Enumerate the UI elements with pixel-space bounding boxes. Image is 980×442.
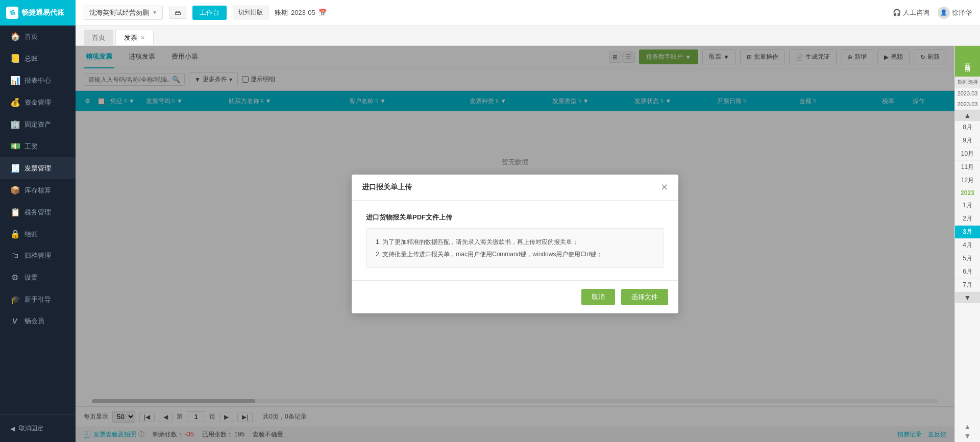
tab-home[interactable]: 首页 [84, 30, 113, 45]
sidebar-item-ledger[interactable]: 📒 总账 [0, 47, 76, 69]
company-name: 沈海英测试经营勿删 [89, 8, 149, 17]
tax-icon: 📋 [10, 207, 19, 217]
archive-button[interactable]: 🗃 [169, 7, 186, 19]
sidebar-label-archive: 归档管理 [24, 251, 51, 260]
service-button[interactable]: 🎧 人工咨询 [893, 8, 929, 17]
sidebar-item-capital[interactable]: 💰 资金管理 [0, 91, 76, 113]
workspace-button[interactable]: 工作台 [192, 6, 227, 20]
import-modal: 进口报关单上传 ✕ 进口货物报关单PDF文件上传 1. 为了更加精准的数据匹配，… [352, 175, 678, 313]
archive-btn-icon: 🗃 [175, 9, 181, 16]
modal-select-file-button[interactable]: 选择文件 [621, 289, 668, 305]
period-value: 2023-05 [291, 9, 315, 16]
sidebar-label-ledger: 总账 [24, 54, 38, 63]
topbar: 沈海英测试经营勿删 ▼ 🗃 工作台 切到旧版 账期 2023-05 📅 🎧 人工… [76, 0, 980, 26]
collapse-down-icon[interactable]: ▼ [964, 432, 971, 440]
period-label: 账期 [275, 8, 288, 17]
pin-icon: ◀ [10, 425, 15, 432]
sidebar-item-invoice[interactable]: 🧾 发票管理 [0, 157, 76, 179]
collapse-up-icon[interactable]: ▲ [964, 423, 971, 431]
modal-info-line2: 2. 支持批量上传进口报关单，mac用户使用Command键，windows用户… [376, 248, 654, 260]
archive-icon: 🗂 [10, 251, 19, 260]
period-2023-03a[interactable]: 2023.03 [955, 88, 980, 99]
period-7[interactable]: 7月 [955, 279, 980, 292]
period-6[interactable]: 6月 [955, 265, 980, 279]
pin-toggle[interactable]: ◀ 取消固定 [0, 420, 76, 437]
switch-version-button[interactable]: 切到旧版 [233, 6, 268, 19]
period-3-active[interactable]: 3月 [955, 226, 980, 239]
modal-section-title: 进口货物报关单PDF文件上传 [366, 213, 664, 222]
sidebar-item-report[interactable]: 📊 报表中心 [0, 69, 76, 91]
right-panel: 开票日期 期间选择 2023.03 2023.03 ▲ 8月 9月 10月 11… [954, 46, 980, 442]
sidebar-label-home: 首页 [24, 32, 38, 41]
tab-home-label: 首页 [92, 33, 105, 42]
sidebar-bottom: ◀ 取消固定 [0, 414, 76, 442]
period-9[interactable]: 9月 [955, 134, 980, 148]
sidebar-label-assets: 固定资产 [24, 120, 51, 129]
salary-icon: 💵 [10, 141, 19, 151]
period-4[interactable]: 4月 [955, 239, 980, 252]
user-icon: 👤 [938, 7, 950, 19]
sidebar-item-vip[interactable]: V 畅会员 [0, 310, 76, 332]
capital-icon: 💰 [10, 97, 19, 107]
period-1[interactable]: 1月 [955, 199, 980, 212]
ledger-icon: 📒 [10, 54, 19, 63]
sidebar-item-home[interactable]: 🏠 首页 [0, 26, 76, 47]
period-2[interactable]: 2月 [955, 212, 980, 226]
sidebar-label-capital: 资金管理 [24, 98, 51, 107]
guide-icon: 🎓 [10, 294, 19, 304]
period-12[interactable]: 12月 [955, 174, 980, 187]
modal-info-box: 1. 为了更加精准的数据匹配，请先录入海关缴款书，再上传对应的报关单； 2. 支… [366, 228, 664, 268]
sidebar-label-invoice: 发票管理 [24, 164, 51, 173]
period-select-label: 期间选择 [955, 77, 980, 88]
period-2023-03b[interactable]: 2023.03 [955, 99, 980, 110]
sidebar-label-report: 报表中心 [24, 76, 51, 85]
modal-info-line1: 1. 为了更加精准的数据匹配，请先录入海关缴款书，再上传对应的报关单； [376, 236, 654, 248]
period-8[interactable]: 8月 [955, 121, 980, 134]
open-date-label[interactable]: 开票日期 [955, 46, 980, 77]
modal-footer: 取消 选择文件 [352, 280, 678, 313]
sidebar-label-close: 结账 [24, 230, 38, 239]
modal-header: 进口报关单上传 ✕ [352, 175, 678, 201]
tab-invoice-label: 发票 [124, 33, 137, 42]
tab-invoice[interactable]: 发票 ✕ [115, 30, 154, 45]
panel-collapse-controls: ▲ ▼ [955, 421, 980, 442]
app-logo: 畅 畅捷通易代账 [0, 0, 76, 26]
sidebar-item-close[interactable]: 🔒 结账 [0, 223, 76, 245]
calendar-icon: 📅 [318, 9, 327, 16]
sidebar-label-guide: 新手引导 [24, 295, 51, 304]
sidebar-item-archive[interactable]: 🗂 归档管理 [0, 245, 76, 266]
company-selector[interactable]: 沈海英测试经营勿删 ▼ [84, 6, 163, 20]
home-icon: 🏠 [10, 32, 19, 41]
modal-body: 进口货物报关单PDF文件上传 1. 为了更加精准的数据匹配，请先录入海关缴款书，… [352, 201, 678, 280]
topbar-right: 🎧 人工咨询 👤 徐泽华 [893, 7, 972, 19]
logo-icon: 畅 [6, 7, 18, 19]
pin-label: 取消固定 [19, 424, 43, 433]
report-icon: 📊 [10, 76, 19, 85]
tab-close-icon[interactable]: ✕ [140, 35, 145, 41]
period-year-2023[interactable]: 2023 [955, 187, 980, 199]
sidebar-label-vip: 畅会员 [24, 316, 44, 326]
inventory-icon: 📦 [10, 185, 19, 195]
sidebar-label-tax: 税务管理 [24, 208, 51, 217]
user-avatar[interactable]: 👤 徐泽华 [938, 7, 972, 19]
modal-title: 进口报关单上传 [362, 183, 412, 192]
modal-cancel-button[interactable]: 取消 [581, 289, 615, 305]
sidebar-item-settings[interactable]: ⚙ 设置 [0, 266, 76, 288]
sidebar-item-tax[interactable]: 📋 税务管理 [0, 201, 76, 223]
sidebar-item-inventory[interactable]: 📦 库存核算 [0, 179, 76, 201]
sidebar-item-assets[interactable]: 🏢 固定资产 [0, 113, 76, 135]
user-name: 徐泽华 [952, 8, 972, 17]
period-up-arrow[interactable]: ▲ [955, 110, 980, 121]
period-11[interactable]: 11月 [955, 161, 980, 174]
period-5[interactable]: 5月 [955, 252, 980, 265]
period-10[interactable]: 10月 [955, 148, 980, 161]
sidebar-label-settings: 设置 [24, 273, 38, 282]
modal-close-button[interactable]: ✕ [660, 182, 668, 193]
period-display: 账期 2023-05 📅 [275, 8, 327, 17]
period-down-arrow[interactable]: ▼ [955, 292, 980, 303]
sidebar-item-guide[interactable]: 🎓 新手引导 [0, 288, 76, 310]
sidebar-item-salary[interactable]: 💵 工资 [0, 135, 76, 157]
headset-icon: 🎧 [893, 9, 901, 16]
modal-overlay[interactable]: 进口报关单上传 ✕ 进口货物报关单PDF文件上传 1. 为了更加精准的数据匹配，… [76, 46, 954, 442]
company-dropdown-arrow: ▼ [152, 10, 157, 15]
